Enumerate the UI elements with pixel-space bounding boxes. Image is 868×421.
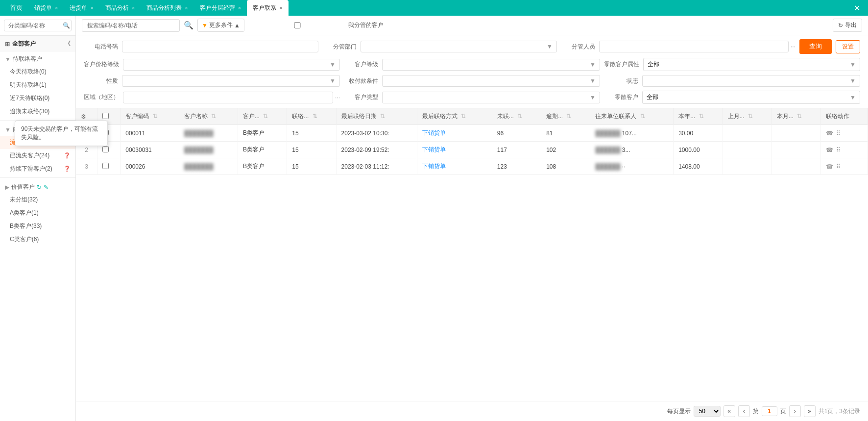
select-all-checkbox[interactable] (102, 113, 109, 119)
payment-select[interactable]: ▼ (382, 75, 600, 87)
tab-product-analysis-list[interactable]: 商品分析列表 × (141, 0, 193, 16)
my-customer-checkbox[interactable] (248, 22, 346, 28)
manager-input[interactable] (599, 41, 789, 52)
search-button[interactable]: 🔍 (184, 21, 193, 30)
action-more-icon[interactable]: ⠿ (836, 130, 841, 137)
last-method-link[interactable]: 下销货单 (422, 163, 446, 170)
sort-method-icon[interactable]: ⇅ (461, 113, 466, 120)
first-page-button[interactable]: « (723, 405, 735, 417)
region-input[interactable] (123, 92, 333, 103)
row-checkbox[interactable] (102, 163, 109, 169)
sort-type-icon[interactable]: ⇅ (263, 113, 268, 120)
close-product-analysis-icon[interactable]: × (132, 5, 135, 11)
sidebar-item-overdue-contact[interactable]: 逾期未联络(30) (0, 105, 75, 118)
refresh-icon[interactable]: ↻ (37, 184, 42, 191)
sidebar-item-b-class[interactable]: B类客户(33) (0, 220, 75, 233)
collapse-icon[interactable]: 《 (65, 40, 71, 48)
chevron-down-icon7: ▼ (850, 77, 856, 84)
sidebar-search-wrap: 🔍 (0, 16, 75, 36)
last-method-link[interactable]: 下销货单 (422, 129, 446, 136)
action-chat-icon[interactable]: ☎ (826, 130, 833, 137)
sort-person-icon[interactable]: ⇅ (640, 113, 645, 120)
tab-customer-tier[interactable]: 客户分层经营 × (194, 0, 247, 16)
search-input[interactable] (82, 19, 180, 32)
retail-customer-select[interactable]: 全部 ▼ (642, 91, 860, 104)
action-chat-icon[interactable]: ☎ (826, 147, 833, 153)
price-level-select[interactable]: ▼ (123, 59, 340, 71)
sidebar-item-tomorrow-contact[interactable]: 明天待联络(1) (0, 78, 75, 92)
query-button[interactable]: 查询 (799, 39, 832, 54)
sidebar-group-pending[interactable]: ▼ 待联络客户 (0, 52, 75, 65)
sort-date-icon[interactable]: ⇅ (380, 113, 385, 120)
window-close-icon[interactable]: ✕ (850, 3, 864, 13)
dept-select[interactable]: ▼ (361, 41, 557, 52)
sort-overdue-icon[interactable]: ⇅ (566, 113, 571, 120)
sidebar-item-a-class[interactable]: A类客户(1) (0, 206, 75, 220)
current-page-input[interactable] (762, 406, 777, 416)
last-page-button[interactable]: » (804, 405, 816, 417)
adv-status-field: 状态 ▼ (604, 75, 860, 87)
row-overdue: 81 (541, 125, 590, 142)
status-select[interactable]: ▼ (642, 75, 860, 87)
row-name: ███████ (179, 158, 238, 175)
overdue-col-header: 逾期... ⇅ (541, 108, 590, 125)
edit-icon[interactable]: ✎ (44, 184, 48, 191)
sidebar-group-value[interactable]: ▶ 价值客户 ↻ ✎ (0, 180, 75, 193)
tab-product-analysis[interactable]: 商品分析 × (99, 0, 141, 16)
table-row: 1 000011 ███████ B类客户 15 2023-03-02 10:3… (76, 125, 868, 142)
action-chat-icon[interactable]: ☎ (826, 163, 833, 170)
no-contact-col-header: 未联... ⇅ (492, 108, 541, 125)
sort-no-contact-icon[interactable]: ⇅ (517, 113, 522, 120)
last-method-col-header: 最后联络方式 ⇅ (417, 108, 492, 125)
region-dots-button[interactable]: ··· (335, 94, 340, 101)
close-product-analysis-list-icon[interactable]: × (185, 5, 188, 11)
sidebar-item-churned[interactable]: 已流失客户(24) ❓ (0, 149, 75, 162)
nature-select[interactable]: ▼ (122, 75, 340, 87)
sort-name-icon[interactable]: ⇅ (211, 113, 216, 120)
sort-last-month-icon[interactable]: ⇅ (748, 113, 753, 120)
manager-dots-button[interactable]: ··· (791, 43, 796, 50)
sort-code-icon[interactable]: ⇅ (153, 113, 158, 120)
more-conditions-button[interactable]: ▼ 更多条件 ▲ (197, 19, 244, 32)
row-this-month (772, 125, 820, 142)
row-last-month (723, 142, 772, 158)
phone-input[interactable] (122, 41, 318, 52)
sidebar-search-input[interactable] (4, 20, 72, 31)
row-contact: 15 (287, 142, 336, 158)
sidebar-item-today-contact[interactable]: 今天待联络(0) (0, 65, 75, 78)
export-button[interactable]: ↻ 导出 (833, 19, 862, 32)
arrow-down-icon2: ▼ (5, 126, 11, 133)
sort-contact-icon[interactable]: ⇅ (313, 113, 317, 120)
tab-sales-order[interactable]: 销货单 × (28, 0, 64, 16)
setting-button[interactable]: 设置 (836, 40, 860, 53)
row-checkbox[interactable] (102, 146, 109, 152)
tab-purchase-order[interactable]: 进货单 × (64, 0, 99, 16)
sidebar-item-week-contact[interactable]: 近7天待联络(0) (0, 92, 75, 105)
action-more-icon[interactable]: ⠿ (836, 147, 841, 153)
this-month-col-header: 本月... ⇅ (772, 108, 820, 125)
tab-home[interactable]: 首页 (4, 3, 28, 12)
next-page-button[interactable]: › (789, 405, 801, 417)
close-purchase-order-icon[interactable]: × (90, 5, 93, 11)
retail-attr-select[interactable]: 全部 ▼ (643, 58, 860, 71)
sidebar-root-label: 全部客户 (12, 40, 36, 48)
close-customer-contact-icon[interactable]: × (279, 5, 282, 11)
arrow-right-icon: ▶ (5, 184, 9, 191)
last-method-link[interactable]: 下销货单 (422, 146, 446, 153)
sort-this-month-icon[interactable]: ⇅ (797, 113, 802, 120)
customer-type-select[interactable]: ▼ (382, 92, 600, 103)
sidebar-item-ungrouped[interactable]: 未分组(32) (0, 193, 75, 206)
close-sales-order-icon[interactable]: × (55, 5, 58, 11)
tab-customer-contact[interactable]: 客户联系 × (247, 0, 288, 16)
sidebar-item-declining[interactable]: 持续下滑客户(2) ❓ (0, 162, 75, 175)
sidebar-item-c-class[interactable]: C类客户(6) (0, 233, 75, 246)
sort-year-icon[interactable]: ⇅ (699, 113, 704, 120)
per-page-select[interactable]: 50 100 200 (694, 406, 721, 417)
code-col-header: 客户编码 ⇅ (121, 108, 179, 125)
customer-level-select[interactable]: ▼ (382, 59, 600, 71)
this-year-col-header: 本年... ⇅ (674, 108, 723, 125)
close-customer-tier-icon[interactable]: × (238, 5, 241, 11)
action-more-icon[interactable]: ⠿ (836, 163, 841, 170)
prev-page-button[interactable]: ‹ (738, 405, 750, 417)
row-type: B类客户 (238, 142, 287, 158)
